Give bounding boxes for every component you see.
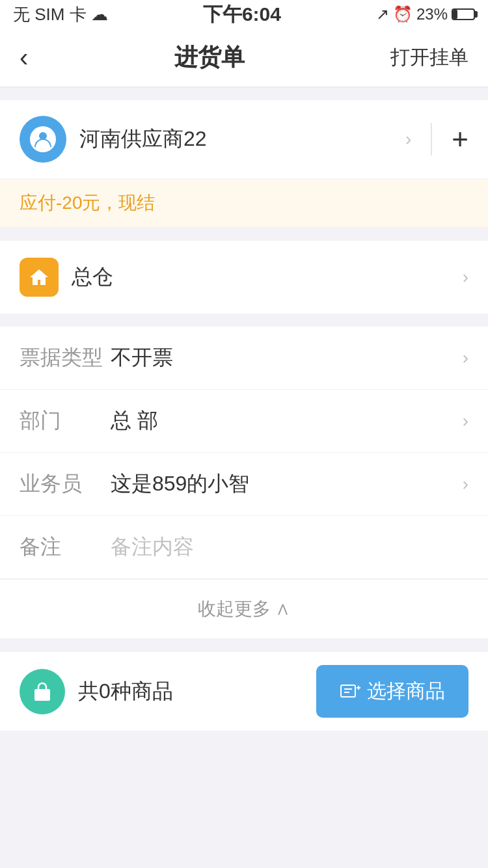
invoice-type-row[interactable]: 票据类型 不开票 ›	[0, 327, 488, 390]
supplier-chevron-icon: ›	[405, 129, 411, 150]
remark-placeholder: 备注内容	[111, 533, 468, 562]
warehouse-chevron-icon: ›	[463, 267, 468, 288]
remark-row[interactable]: 备注 备注内容	[0, 516, 488, 579]
department-row[interactable]: 部门 总 部 ›	[0, 390, 488, 453]
department-chevron-icon: ›	[463, 411, 468, 431]
status-time: 下午6:04	[203, 1, 281, 28]
status-left: 无 SIM 卡 ☁	[13, 3, 108, 26]
invoice-type-value: 不开票	[111, 344, 456, 372]
section-gap-2	[0, 228, 488, 241]
select-product-label: 选择商品	[367, 678, 445, 705]
info-banner: 应付-20元，现结	[0, 178, 488, 228]
nav-bar: ‹ 进货单 打开挂单	[0, 29, 488, 87]
location-icon: ↗	[376, 5, 389, 23]
section-gap-1	[0, 87, 488, 100]
warehouse-icon-wrap	[20, 258, 59, 297]
alarm-icon: ⏰	[393, 5, 413, 23]
product-icon-wrap	[20, 669, 65, 714]
supplier-name: 河南供应商22	[79, 125, 405, 154]
supplier-avatar	[20, 116, 66, 163]
status-bar: 无 SIM 卡 ☁ 下午6:04 ↗ ⏰ 23%	[0, 0, 488, 29]
status-right: ↗ ⏰ 23%	[376, 5, 475, 23]
collapse-button[interactable]: 收起更多 ∧	[0, 579, 488, 638]
warehouse-section: 总仓 ›	[0, 241, 488, 314]
select-product-button[interactable]: 选择商品	[316, 665, 468, 718]
warehouse-name: 总仓	[72, 263, 456, 292]
salesperson-row[interactable]: 业务员 这是859的小智 ›	[0, 453, 488, 516]
department-label: 部门	[20, 407, 111, 435]
warehouse-row[interactable]: 总仓 ›	[0, 241, 488, 314]
section-gap-3	[0, 314, 488, 327]
add-button[interactable]: +	[452, 123, 468, 156]
svg-rect-1	[34, 689, 50, 701]
select-product-icon	[340, 683, 360, 701]
department-value: 总 部	[111, 407, 456, 435]
salesperson-label: 业务员	[20, 470, 111, 498]
house-icon	[27, 265, 51, 289]
battery-text: 23%	[416, 5, 448, 23]
back-button[interactable]: ‹	[20, 43, 28, 72]
invoice-type-label: 票据类型	[20, 344, 111, 372]
salesperson-chevron-icon: ›	[463, 474, 468, 495]
person-icon	[33, 129, 53, 150]
signal-text: 无 SIM 卡 ☁	[13, 3, 108, 26]
supplier-section: 河南供应商22 › + 应付-20元，现结	[0, 100, 488, 228]
form-section: 票据类型 不开票 › 部门 总 部 › 业务员 这是859的小智 › 备注 备注…	[0, 327, 488, 638]
open-pending-button[interactable]: 打开挂单	[390, 44, 468, 71]
bottom-bar: 共0种商品 选择商品	[0, 651, 488, 731]
battery-icon	[452, 8, 475, 20]
section-gap-4	[0, 638, 488, 651]
svg-rect-2	[341, 685, 355, 697]
avatar-icon	[30, 126, 56, 152]
product-count-text: 共0种商品	[78, 677, 316, 706]
supplier-row[interactable]: 河南供应商22 › +	[0, 100, 488, 178]
invoice-type-chevron-icon: ›	[463, 347, 468, 368]
supplier-divider	[431, 123, 432, 156]
salesperson-value: 这是859的小智	[111, 470, 456, 498]
remark-label: 备注	[20, 533, 111, 562]
shopping-bag-icon	[29, 679, 55, 705]
page-title: 进货单	[174, 42, 245, 74]
